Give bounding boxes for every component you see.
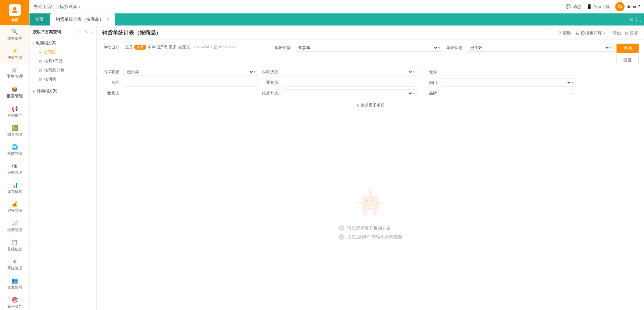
export-icon: ↑ [609, 31, 611, 36]
staff-dots[interactable]: ··· [412, 80, 416, 85]
goods-dots[interactable]: ··· [253, 80, 257, 85]
warehouse-dots[interactable]: ··· [571, 69, 574, 74]
sidebar-item-finance[interactable]: 💰 资金管理 [0, 198, 29, 217]
query-btn-group: 查询 设置 [616, 44, 639, 65]
sidebar-item-label: 零售管理 [7, 74, 23, 80]
sidebar-item-sales[interactable]: 💹 销售管理 [0, 121, 29, 141]
sidebar-item-search[interactable]: 🔍 搜索菜单 [0, 25, 29, 44]
doc-status-select[interactable]: 已生效 [469, 45, 610, 50]
export-label: 导出 [612, 30, 621, 36]
date-option-this-year[interactable]: 本年 [148, 44, 156, 50]
sidebar-item-label: 系统管理 [7, 266, 22, 271]
breadcrumb-dropdown-icon[interactable]: ▾ [78, 4, 81, 9]
sidebar: 标搭 🔍 搜索菜单 ⚡ 快捷导航 🛒 零售管理 📦 批发管理 📢 营销推广 � [0, 0, 30, 310]
svg-rect-6 [366, 207, 375, 208]
collapse-panel-btn[interactable]: « [90, 29, 93, 35]
tree-expand-icon: ▾ [33, 41, 35, 45]
tab-close-icon[interactable]: ✕ [106, 17, 110, 22]
settings-button[interactable]: 设置 [616, 55, 639, 65]
tab-home[interactable]: 首页 [30, 13, 49, 25]
operation-icon: 📈 [11, 220, 18, 226]
tree-section-mobile: ▶ 移动端方案 [30, 85, 96, 97]
app-download-label: App下载 [593, 4, 610, 10]
consignee-dots[interactable]: ··· [253, 91, 257, 96]
tree-section-pc: ▾ 电脑端方案 ● 按商品 ▤ 按月+商品 ▤ 按商品分类 ▤ 按司机 [30, 37, 96, 85]
refresh-btn[interactable]: ↻ 刷新 [625, 30, 639, 36]
collapse-label: 收起更多条件 [361, 102, 385, 108]
tip-text-1: 请先选择要分析的方案 [347, 225, 391, 231]
close-window-icon[interactable]: ✕ [629, 16, 633, 23]
empty-robot-image [354, 185, 387, 218]
tree-sub-item-by-driver[interactable]: ▤ 按司机 [30, 75, 96, 84]
sidebar-item-marketing[interactable]: 📢 营销推广 [0, 102, 29, 121]
svg-rect-11 [363, 210, 368, 216]
query-button[interactable]: 查询 [616, 44, 639, 53]
doc-type-select[interactable]: 销货单 [297, 45, 438, 50]
tree-item-pc[interactable]: ▾ 电脑端方案 [30, 39, 96, 48]
tab-report[interactable]: 销货单统计表（按商品） ✕ [50, 13, 115, 25]
edit-scheme-btn[interactable]: ✎ [84, 29, 88, 35]
export-btn[interactable]: ↑ 导出 [609, 30, 621, 36]
help-label: 帮助 [562, 30, 571, 36]
recv-status-select[interactable] [284, 69, 413, 74]
collapse-up-icon: ∧ [356, 103, 359, 108]
message-label: 消息 [573, 4, 581, 10]
sidebar-item-collab[interactable]: 👥 企业协同 [0, 274, 29, 293]
svg-rect-10 [379, 202, 384, 204]
date-option-last-month[interactable]: 上月 [125, 44, 133, 50]
print-btn[interactable]: 🖨 按模板打印 ▾ [575, 30, 605, 36]
message-btn[interactable]: 💬 消息 [566, 4, 581, 10]
tree-sub-item-by-month-goods[interactable]: ▤ 按月+商品 [30, 57, 96, 66]
sales-icon: 💹 [11, 125, 18, 131]
app-download-btn[interactable]: 📱 App下载 [587, 4, 610, 10]
date-option-custom[interactable]: 自定义 [178, 44, 190, 50]
system-icon: ⚙ [12, 258, 17, 265]
brand-dots[interactable]: ··· [571, 91, 574, 96]
main-area: 办公用品行业模拟账套 ▾ 💬 消息 📱 App下载 Ea demo2 首页 [30, 0, 644, 310]
grid-icon-3: ▤ [39, 77, 42, 82]
tip-num-1: 1 [338, 225, 344, 231]
search-icon: 🔍 [11, 29, 18, 35]
sidebar-item-label: 库存核算 [7, 189, 22, 194]
left-panel-title: 按以下方案查询 [33, 29, 61, 35]
recv-status-label: 收款状态 [261, 69, 278, 75]
sidebar-item-ecommerce[interactable]: 🌐 电商管理 [0, 141, 29, 160]
maximize-icon[interactable]: ⛶ [636, 16, 641, 22]
date-option-more[interactable]: 更多 [169, 44, 177, 50]
sidebar-item-wholesale[interactable]: 📦 批发管理 [0, 83, 29, 102]
tree-sub-item-by-category[interactable]: ▤ 按商品分类 [30, 66, 96, 75]
quicknav-icon: ⚡ [11, 48, 18, 54]
sidebar-item-base[interactable]: 📋 基础信息 [0, 236, 29, 255]
sidebar-logo: 标搭 [0, 0, 29, 25]
sidebar-item-purchase[interactable]: 🛍 采购管理 [0, 160, 29, 178]
goods-label: 商品 [102, 80, 119, 86]
svg-point-8 [369, 189, 372, 193]
dept-select[interactable] [443, 80, 572, 85]
breadcrumb-text: 办公用品行业模拟账套 [34, 4, 77, 10]
tree-item-mobile[interactable]: ▶ 移动端方案 [30, 87, 96, 96]
add-scheme-btn[interactable]: ＋ [77, 29, 82, 35]
settlement-select[interactable] [284, 91, 413, 96]
out-status-select[interactable]: 已出库 [126, 69, 254, 74]
page-header: 销货单统计表（按商品） ? 帮助 🖨 按模板打印 ▾ ↑ 导出 [97, 25, 644, 40]
date-option-7days[interactable]: 近7天 [157, 44, 167, 50]
settlement-dropdown-icon: ▾ [413, 92, 415, 95]
date-option-this-month[interactable]: 本月 [134, 45, 146, 50]
doc-status-dropdown-icon: ▾ [610, 46, 611, 50]
user-name: demo2 [627, 4, 640, 9]
empty-tips: 1 请先选择要分析的方案 2 用[过滤]条件来缩小分析范围 [338, 225, 402, 240]
marketing-icon: 📢 [11, 106, 18, 112]
sidebar-item-quicknav[interactable]: ⚡ 快捷导航 [0, 44, 29, 63]
user-profile[interactable]: Ea demo2 [615, 2, 640, 11]
sidebar-item-operation[interactable]: 📈 经营管理 [0, 217, 29, 236]
sidebar-item-retail[interactable]: 🛒 零售管理 [0, 63, 29, 83]
sidebar-item-system[interactable]: ⚙ 系统管理 [0, 255, 29, 274]
tree-sub-label-by-goods: 按商品 [43, 49, 55, 55]
help-btn[interactable]: ? 帮助 [558, 30, 571, 36]
sidebar-item-guide[interactable]: 🎯 新手引导 [0, 293, 29, 310]
page-actions: ? 帮助 🖨 按模板打印 ▾ ↑ 导出 ↻ 刷新 [558, 30, 639, 36]
inventory-icon: 📊 [11, 182, 18, 188]
sidebar-item-inventory[interactable]: 📊 库存核算 [0, 178, 29, 198]
filter-collapse-btn[interactable]: ∧ 收起更多条件 [102, 100, 639, 110]
tree-sub-item-by-goods[interactable]: ● 按商品 [30, 48, 96, 57]
